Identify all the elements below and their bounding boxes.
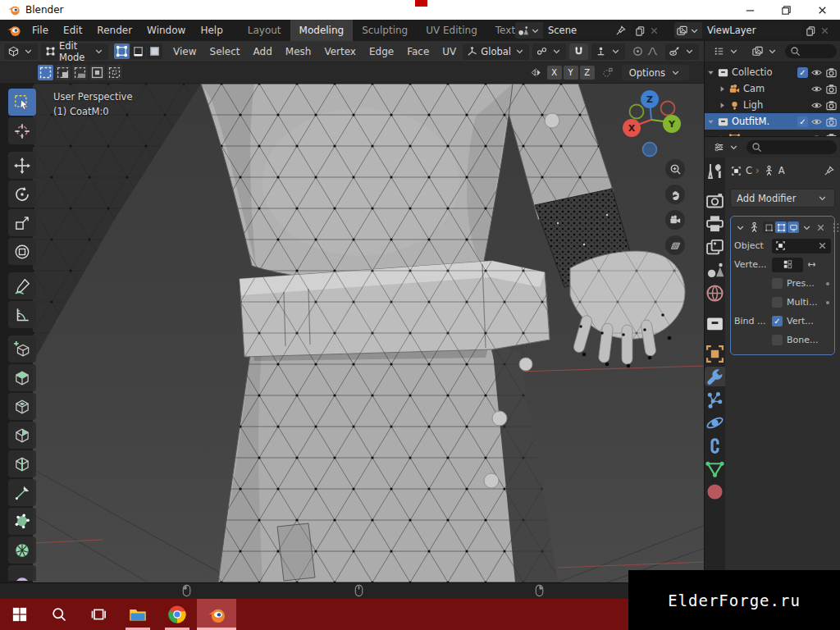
hide-eye-icon[interactable] bbox=[810, 83, 823, 95]
mirror-axis-x[interactable]: X bbox=[547, 66, 562, 80]
zoom-button[interactable] bbox=[665, 159, 685, 179]
collapse-caret-icon[interactable] bbox=[705, 66, 717, 79]
pres--checkbox[interactable] bbox=[772, 278, 783, 289]
minimize-button[interactable] bbox=[732, 0, 768, 20]
mirror-axis-z[interactable]: Z bbox=[580, 66, 595, 80]
exclude-checkbox[interactable]: ✓ bbox=[797, 116, 808, 127]
outliner-row-collectio[interactable]: Collectio✓ bbox=[705, 64, 840, 80]
restore-button[interactable] bbox=[768, 0, 804, 20]
snap-toggle[interactable] bbox=[569, 43, 588, 60]
tool-transform[interactable] bbox=[8, 238, 36, 265]
viewport-menu-vertex[interactable]: Vertex bbox=[317, 46, 363, 57]
disable-render-icon[interactable] bbox=[825, 66, 838, 79]
copy-icon[interactable] bbox=[805, 25, 817, 37]
properties-tab-output[interactable] bbox=[705, 214, 725, 234]
expand-caret-icon[interactable] bbox=[716, 83, 728, 95]
properties-editor-dropdown[interactable] bbox=[710, 139, 743, 156]
collapse-caret-icon[interactable] bbox=[705, 116, 717, 128]
menu-window[interactable]: Window bbox=[139, 20, 193, 41]
select-mode-option-e[interactable] bbox=[107, 65, 122, 80]
tool-loop-cut[interactable] bbox=[8, 450, 36, 477]
breadcrumb-object[interactable]: C bbox=[746, 165, 752, 176]
viewport-menu-view[interactable]: View bbox=[167, 46, 203, 57]
workspace-tab-layout[interactable]: Layout bbox=[239, 20, 290, 41]
bone--checkbox[interactable] bbox=[772, 335, 783, 345]
tool-rotate[interactable] bbox=[8, 180, 36, 208]
hide-eye-icon[interactable] bbox=[810, 66, 823, 79]
tool-knife[interactable] bbox=[8, 479, 36, 506]
taskbar-task-view-button[interactable] bbox=[79, 599, 118, 630]
tool-spin[interactable] bbox=[8, 536, 36, 564]
properties-tab-particles[interactable] bbox=[705, 390, 725, 409]
tool-poly-build[interactable] bbox=[8, 508, 36, 535]
menu-edit[interactable]: Edit bbox=[56, 20, 89, 41]
editor-type-button[interactable] bbox=[4, 43, 38, 60]
workspace-tab-sculpting[interactable]: Sculpting bbox=[353, 20, 417, 41]
properties-tab-material[interactable] bbox=[705, 482, 725, 501]
vertex-group-field[interactable] bbox=[772, 258, 803, 272]
taskbar-file-explorer-button[interactable] bbox=[118, 599, 158, 630]
properties-tab-collection[interactable] bbox=[705, 313, 725, 333]
animate-dot-icon[interactable] bbox=[826, 282, 829, 285]
menu-render[interactable]: Render bbox=[89, 20, 139, 41]
snap-settings-dropdown[interactable] bbox=[591, 43, 625, 60]
outliner-row-ligh[interactable]: Ligh bbox=[705, 97, 840, 113]
disable-render-icon[interactable] bbox=[825, 99, 838, 112]
close-icon[interactable] bbox=[815, 221, 827, 234]
mirror-axis-y[interactable]: Y bbox=[564, 66, 578, 80]
tool-scale[interactable] bbox=[8, 209, 36, 236]
select-mode-edge[interactable] bbox=[130, 43, 146, 59]
tool-shade[interactable] bbox=[8, 565, 36, 581]
add-modifier-button[interactable]: Add Modifier bbox=[730, 189, 835, 208]
properties-tab-constraint[interactable] bbox=[705, 436, 725, 455]
select-mode-face[interactable] bbox=[147, 43, 162, 59]
outliner-search-input[interactable] bbox=[785, 44, 837, 58]
expand-chevron-icon[interactable] bbox=[734, 221, 746, 234]
select-mode-option-b[interactable] bbox=[55, 65, 71, 80]
taskbar-chrome-button[interactable] bbox=[158, 599, 197, 630]
tool-extrude-region[interactable] bbox=[8, 364, 36, 391]
properties-tab-world[interactable] bbox=[705, 283, 725, 303]
orientation-dropdown[interactable]: Global bbox=[463, 43, 529, 60]
select-mode-option-c[interactable] bbox=[72, 65, 88, 80]
ortho-toggle-button[interactable] bbox=[665, 235, 685, 255]
close-button[interactable] bbox=[804, 0, 840, 20]
copy-icon[interactable] bbox=[634, 25, 646, 37]
outliner-row-item[interactable] bbox=[705, 130, 840, 136]
gizmo-z-label[interactable]: Z bbox=[646, 94, 653, 105]
extras-chevron-icon[interactable] bbox=[801, 221, 813, 234]
properties-search-input[interactable] bbox=[746, 140, 837, 154]
disable-render-icon[interactable] bbox=[825, 116, 838, 128]
exclude-checkbox[interactable]: ✓ bbox=[797, 67, 808, 78]
mode-dropdown[interactable]: Edit Mode bbox=[41, 43, 108, 60]
outliner-row-cam[interactable]: Cam bbox=[705, 80, 840, 97]
properties-tab-tool[interactable] bbox=[705, 161, 725, 180]
scene-browse-button[interactable] bbox=[515, 22, 543, 39]
viewport-menu-add[interactable]: Add bbox=[247, 46, 279, 57]
display-cage-toggle[interactable] bbox=[763, 221, 774, 233]
blender-menu-logo-icon[interactable] bbox=[7, 23, 21, 38]
navigation-gizmo[interactable]: Z X Y bbox=[617, 85, 687, 159]
properties-tab-object[interactable] bbox=[705, 344, 725, 363]
viewport-3d[interactable]: User Perspective (1) CoatM:0 Z X Y bbox=[33, 84, 705, 582]
gizmo-x-label[interactable]: X bbox=[628, 123, 636, 134]
expand-caret-icon[interactable] bbox=[716, 99, 728, 112]
viewlayer-name-field[interactable]: ViewLayer bbox=[702, 22, 802, 39]
workspace-tab-modeling[interactable]: Modeling bbox=[290, 20, 354, 41]
hide-eye-icon[interactable] bbox=[810, 116, 823, 128]
vert--checkbox[interactable]: ✓ bbox=[772, 316, 783, 326]
camera-view-button[interactable] bbox=[665, 210, 685, 230]
outliner-filter-dropdown[interactable] bbox=[710, 43, 743, 60]
scene-name-field[interactable]: Scene bbox=[543, 22, 632, 39]
viewport-menu-face[interactable]: Face bbox=[400, 46, 436, 57]
select-mode-option-a[interactable] bbox=[38, 65, 53, 80]
select-mode-vertex[interactable] bbox=[114, 43, 130, 59]
tool-inset-faces[interactable] bbox=[8, 393, 36, 420]
viewport-menu-uv[interactable]: UV bbox=[436, 46, 463, 57]
options-dropdown[interactable]: Options bbox=[622, 65, 689, 80]
tool-bevel[interactable] bbox=[8, 422, 36, 449]
gizmo-visibility-dropdown[interactable] bbox=[665, 43, 699, 60]
display-editmode-toggle[interactable] bbox=[775, 221, 787, 233]
viewlayer-browse-button[interactable] bbox=[674, 22, 702, 39]
viewport-menu-mesh[interactable]: Mesh bbox=[279, 46, 318, 57]
